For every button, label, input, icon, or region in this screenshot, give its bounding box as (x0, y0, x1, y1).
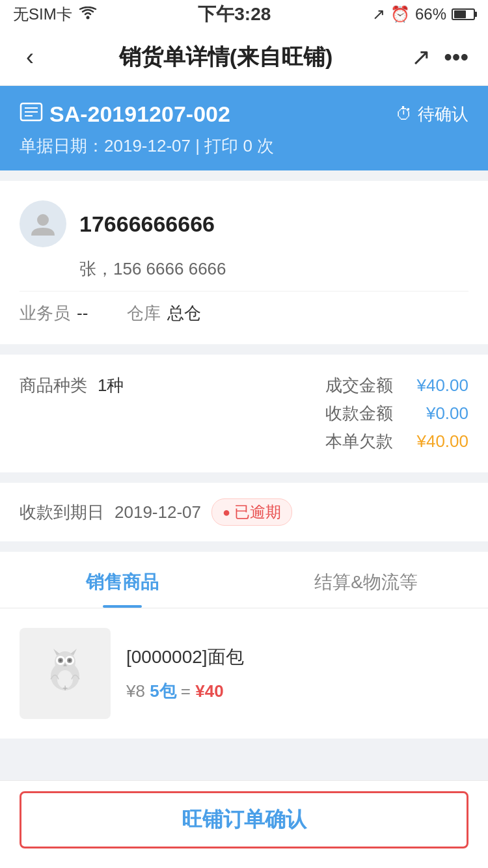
due-date-card: 收款到期日 2019-12-07 ● 已逾期 (0, 483, 488, 541)
product-item: + [0000002]面包 ¥8 5包 = ¥40 (20, 628, 468, 719)
customer-details: 张，156 6666 6666 (20, 258, 468, 280)
divider (20, 291, 468, 292)
confirm-order-button[interactable]: 旺铺订单确认 (20, 791, 468, 848)
battery-icon (452, 8, 475, 20)
order-status: ⏱ 待确认 (396, 103, 468, 126)
order-number: SA-20191207-002 (20, 102, 230, 127)
tab-settlement[interactable]: 结算&物流等 (244, 552, 488, 608)
svg-point-0 (86, 16, 89, 20)
svg-marker-8 (53, 649, 60, 655)
svg-point-15 (68, 659, 71, 662)
summary-item-0: 成交金额 ¥40.00 (325, 374, 468, 397)
summary-value-2: ¥40.00 (403, 431, 468, 452)
battery-text: 66% (415, 5, 446, 23)
more-icon[interactable]: ••• (444, 44, 468, 71)
order-date: 单据日期：2019-12-07 | 打印 0 次 (20, 135, 468, 157)
summary-label-2: 本单欠款 (325, 430, 393, 453)
overdue-text: 已逾期 (234, 502, 281, 522)
quantity-value: 5包 (150, 681, 176, 701)
product-owl-logo: + (39, 644, 91, 703)
carrier-text: 无SIM卡 (13, 4, 72, 25)
total-value: ¥40 (195, 681, 223, 701)
warehouse-value: 总仓 (167, 302, 201, 325)
status-time-icon: ⏱ (396, 104, 413, 124)
customer-phone: 17666666666 (79, 211, 215, 237)
bottom-bar: 旺铺订单确认 (0, 780, 488, 868)
customer-card: 17666666666 张，156 6666 6666 业务员 -- 仓库 总仓 (0, 181, 488, 344)
summary-right: 成交金额 ¥40.00 收款金额 ¥0.00 本单欠款 ¥40.00 (325, 374, 468, 453)
nav-actions: ↗ ••• (411, 44, 468, 71)
overdue-badge: ● 已逾期 (211, 498, 292, 526)
summary-item-1: 收款金额 ¥0.00 (325, 402, 468, 425)
location-icon: ↗ (372, 5, 385, 23)
warehouse-item: 仓库 总仓 (127, 302, 201, 325)
nav-bar: ‹ 销货单详情(来自旺铺) ↗ ••• (0, 29, 488, 86)
product-section: + [0000002]面包 ¥8 5包 = ¥40 (0, 608, 488, 739)
customer-header: 17666666666 (20, 200, 468, 247)
sales-rep-label: 业务员 (20, 302, 70, 325)
due-date-value: 2019-12-07 (115, 502, 201, 522)
overdue-icon: ● (223, 505, 230, 520)
status-time: 下午3:28 (198, 2, 271, 27)
summary-value-0: ¥40.00 (403, 375, 468, 396)
status-left: 无SIM卡 (13, 4, 97, 25)
summary-value-1: ¥0.00 (403, 403, 468, 424)
avatar (20, 200, 66, 247)
status-right: ↗ ⏰ 66% (372, 5, 475, 23)
page-title: 销货单详情(来自旺铺) (119, 42, 333, 72)
customer-name-row: 张，156 6666 6666 (79, 258, 468, 280)
price-value: ¥8 (126, 681, 145, 701)
back-button[interactable]: ‹ (20, 37, 40, 77)
wifi-icon (79, 5, 97, 23)
product-name: [0000002]面包 (126, 645, 468, 670)
summary-label-0: 成交金额 (325, 374, 393, 397)
warehouse-label: 仓库 (127, 302, 161, 325)
alarm-icon: ⏰ (390, 5, 410, 23)
svg-point-12 (59, 659, 62, 662)
svg-marker-9 (70, 649, 77, 655)
product-info: [0000002]面包 ¥8 5包 = ¥40 (126, 645, 468, 703)
svg-point-5 (37, 214, 49, 226)
status-bar: 无SIM卡 下午3:28 ↗ ⏰ 66% (0, 0, 488, 29)
tabs: 销售商品 结算&物流等 (0, 552, 488, 608)
equals-sign: = (181, 681, 195, 701)
order-header-top: SA-20191207-002 ⏱ 待确认 (20, 102, 468, 127)
due-date-label: 收款到期日 (20, 501, 104, 524)
share-icon[interactable]: ↗ (411, 44, 431, 71)
sales-rep-item: 业务员 -- (20, 302, 88, 325)
summary-label-1: 收款金额 (325, 402, 393, 425)
customer-name-text: 张，156 6666 6666 (79, 258, 226, 280)
product-image: + (20, 628, 111, 719)
product-price: ¥8 5包 = ¥40 (126, 680, 468, 703)
sales-rep-value: -- (77, 303, 88, 323)
order-icon (20, 102, 43, 127)
svg-text:+: + (62, 683, 68, 693)
category-count: 1种 (98, 374, 124, 397)
category-label: 商品种类 (20, 374, 87, 397)
summary-item-2: 本单欠款 ¥40.00 (325, 430, 468, 453)
order-header: SA-20191207-002 ⏱ 待确认 单据日期：2019-12-07 | … (0, 86, 488, 170)
summary-card: 商品种类 1种 成交金额 ¥40.00 收款金额 ¥0.00 本单欠款 ¥40.… (0, 355, 488, 472)
tab-sales-products[interactable]: 销售商品 (0, 552, 244, 608)
status-text: 待确认 (418, 103, 468, 126)
summary-left: 商品种类 1种 (20, 374, 124, 397)
customer-meta: 业务员 -- 仓库 总仓 (20, 302, 468, 325)
